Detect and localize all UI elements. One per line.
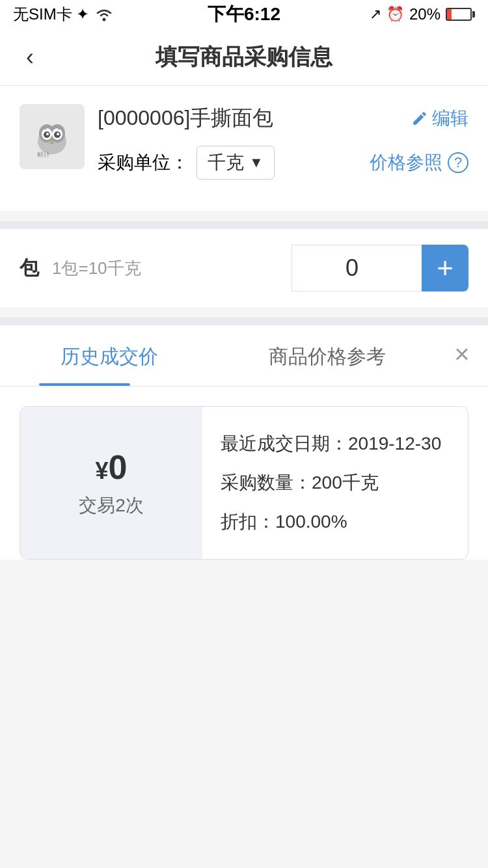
- edit-button[interactable]: 编辑: [411, 106, 468, 131]
- transaction-count: 交易2次: [79, 493, 144, 518]
- svg-point-9: [57, 133, 59, 135]
- product-name: [0000006]手撕面包: [98, 104, 273, 133]
- status-bar-right: ↗ ⏰ 20%: [370, 5, 475, 23]
- alarm-icon: ⏰: [386, 6, 404, 23]
- product-name-row: [0000006]手撕面包 编辑: [98, 104, 468, 133]
- tab-history-price[interactable]: 历史成交价: [0, 325, 218, 386]
- purchase-unit-label: 采购单位：: [98, 150, 189, 175]
- quantity-increment-button[interactable]: +: [422, 245, 468, 292]
- edit-icon: [411, 110, 428, 127]
- status-bar-left: 无SIM卡 ✦: [13, 4, 114, 25]
- quantity-controls: +: [291, 245, 468, 292]
- unit-dropdown[interactable]: 千克 ▼: [197, 146, 275, 180]
- location-icon: ↗: [370, 6, 381, 23]
- carrier-label: 无SIM卡 ✦: [13, 4, 89, 25]
- svg-point-8: [46, 133, 49, 135]
- owl-logo-icon: 鲜计: [29, 114, 75, 159]
- nav-bar: ‹ 填写商品采购信息: [0, 29, 488, 86]
- unit-value: 千克: [208, 150, 244, 175]
- price-reference-button[interactable]: 价格参照 ?: [370, 150, 468, 175]
- product-info: [0000006]手撕面包 编辑 采购单位： 千克 ▼: [98, 104, 468, 180]
- quantity-conversion-label: 1包=10千克: [52, 257, 141, 280]
- section-divider: [0, 221, 488, 229]
- battery-icon: [446, 8, 475, 21]
- status-bar: 无SIM卡 ✦ 下午6:12 ↗ ⏰ 20%: [0, 0, 488, 29]
- currency-symbol: ¥: [96, 457, 109, 484]
- purchase-unit-row: 采购单位： 千克 ▼ 价格参照 ?: [98, 146, 468, 180]
- transaction-card: ¥0 交易2次 最近成交日期：2019-12-30 采购数量：200千克 折扣：…: [20, 406, 468, 560]
- help-icon: ?: [448, 152, 468, 173]
- transaction-discount: 折扣：100.00%: [221, 508, 450, 536]
- tab-underline: [39, 383, 130, 386]
- transaction-left-panel: ¥0 交易2次: [20, 407, 202, 559]
- transaction-recent-date: 最近成交日期：2019-12-30: [221, 430, 450, 457]
- status-bar-time: 下午6:12: [208, 2, 280, 27]
- transaction-price: ¥0: [96, 448, 128, 487]
- bottom-panel: 历史成交价 商品价格参考 × ¥0 交易2次 最近成交日期：2019-12-30…: [0, 325, 488, 560]
- battery-percent: 20%: [409, 5, 441, 23]
- back-button[interactable]: ‹: [20, 37, 40, 77]
- svg-text:鲜计: 鲜计: [37, 151, 50, 158]
- tab-close-button[interactable]: ×: [436, 340, 488, 372]
- section-divider-2: [0, 318, 488, 325]
- tab-product-price-ref[interactable]: 商品价格参考: [218, 325, 436, 386]
- product-display-name: 手撕面包: [190, 106, 273, 129]
- transaction-right-panel: 最近成交日期：2019-12-30 采购数量：200千克 折扣：100.00%: [202, 407, 468, 559]
- quantity-input[interactable]: [291, 245, 422, 292]
- product-header: 鲜计 [0000006]手撕面包 编辑 采购单位： 千克: [20, 104, 468, 180]
- quantity-unit-label: 包: [20, 255, 39, 282]
- purchase-unit-left: 采购单位： 千克 ▼: [98, 146, 275, 180]
- product-thumbnail: 鲜计: [20, 104, 85, 169]
- transaction-purchase-qty: 采购数量：200千克: [221, 469, 450, 496]
- product-id: [0000006]: [98, 106, 190, 129]
- dropdown-arrow-icon: ▼: [249, 154, 264, 171]
- price-value: 0: [109, 448, 128, 486]
- product-card: 鲜计 [0000006]手撕面包 编辑 采购单位： 千克: [0, 86, 488, 211]
- price-ref-label: 价格参照: [370, 150, 442, 175]
- wifi-icon: [94, 7, 114, 21]
- page-title: 填写商品采购信息: [156, 42, 332, 72]
- svg-point-0: [103, 18, 106, 21]
- quantity-row: 包 1包=10千克 +: [0, 229, 488, 307]
- main-content-area: [0, 579, 488, 868]
- tabs-bar: 历史成交价 商品价格参考 ×: [0, 325, 488, 387]
